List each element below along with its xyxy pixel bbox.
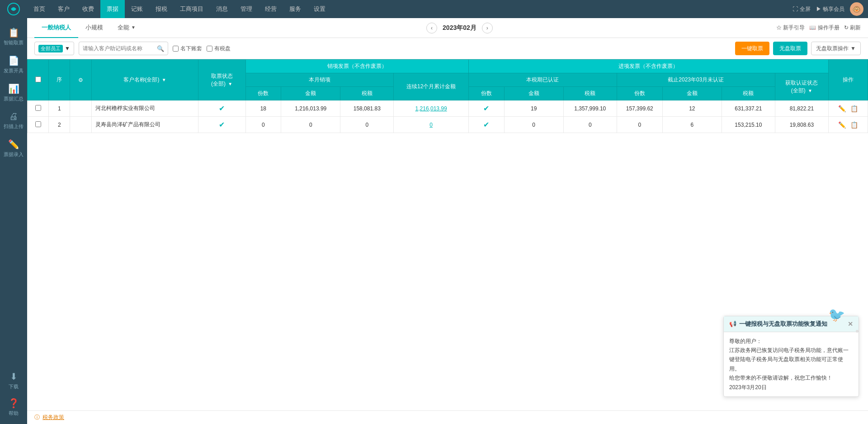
row2-input-not-amount: 153,215.10 [722, 117, 775, 133]
download-icon: ⬇ [10, 371, 18, 382]
row2-input-not-tax: 19,808.63 [775, 117, 828, 133]
nav-business[interactable]: 工商项目 [174, 0, 210, 18]
row1-edit-icon[interactable]: ✏️ [838, 105, 846, 112]
invoice-table: 序 ⚙ 客户名称(全部) ▼ 取票状态(全部) ▼ 销项发票（不含作废票） 进项… [27, 59, 868, 133]
row2-cert-status: ✔ [468, 117, 504, 133]
sidebar-item-scan-upload[interactable]: 🖨 扫描上传 [0, 107, 27, 134]
row1-seq: 1 [49, 100, 70, 117]
nav-invoice[interactable]: 票据 [100, 0, 125, 18]
search-icon[interactable]: 🔍 [157, 45, 164, 52]
sidebar-item-invoice-entry[interactable]: ✏️ 票据录入 [0, 134, 27, 162]
row1-checkbox [28, 100, 49, 117]
row2-select-checkbox[interactable] [35, 121, 41, 127]
row1-settings [70, 100, 91, 117]
th-sales-group: 销项发票（不含作废票） [245, 60, 468, 73]
nav-account[interactable]: 记账 [125, 0, 149, 18]
th-month-sales: 本月销项 [245, 73, 394, 87]
current-month-label: 2023年02月 [443, 24, 476, 32]
nav-service[interactable]: 服务 [283, 0, 307, 18]
fullscreen-btn[interactable]: ⛶ 全屏 [793, 5, 810, 13]
sidebar-item-invoice-open[interactable]: 📄 发票开具 [0, 51, 27, 79]
tab-general-taxpayer[interactable]: 一般纳税人 [34, 18, 78, 38]
row1-cert-check-icon: ✔ [483, 105, 489, 112]
row1-sales-tax: 158,081.83 [340, 100, 394, 117]
tab-small-scale[interactable]: 小规模 [78, 18, 110, 38]
tab-all-label: 全能 [118, 24, 129, 32]
nav-settings[interactable]: 设置 [307, 0, 332, 18]
sidebar-item-download[interactable]: ⬇ 下载 [0, 368, 27, 393]
customer-search-input[interactable] [83, 45, 155, 52]
row1-cert-status: ✔ [468, 100, 504, 117]
employee-filter[interactable]: 全部员工 ▼ [34, 42, 74, 55]
notification-title: 一键报税与无盘取票功能恢复通知 [739, 320, 827, 328]
sidebar: 📋 智能取票 📄 发票开具 📊 票据汇总 🖨 扫描上传 ✏️ 票据录入 ⬇ 下载… [0, 18, 27, 424]
sidebar-item-label-help: 帮助 [9, 410, 19, 417]
row2-accum-link[interactable]: 0 [429, 122, 433, 128]
sidebar-item-help[interactable]: ❓ 帮助 [0, 395, 27, 419]
vip-btn[interactable]: ▶ 畅享会员 [816, 5, 844, 13]
th-action: 操作 [828, 60, 868, 100]
notification-scrollbar[interactable] [856, 330, 859, 333]
nav-manage[interactable]: 管理 [234, 0, 259, 18]
th-checkbox [28, 60, 49, 100]
tab-all-dropdown-icon[interactable]: ▼ [131, 25, 136, 30]
nav-tax[interactable]: 报税 [149, 0, 174, 18]
tax-policy-icon: ⓘ [34, 414, 40, 421]
row1-detail-icon[interactable]: 📋 [850, 105, 858, 112]
th-customer-name: 客户名称(全部) ▼ [91, 60, 198, 100]
row1-select-checkbox[interactable] [35, 105, 41, 111]
nav-customer[interactable]: 客户 [52, 0, 76, 18]
th-input-this-count: 份数 [468, 87, 504, 100]
manual-btn[interactable]: 📖 操作手册 [809, 24, 839, 32]
diskless-ticket-operation-btn[interactable]: 无盘取票操作 ▼ [811, 42, 861, 55]
customer-filter-icon[interactable]: ▼ [162, 77, 166, 82]
row1-accum-link[interactable]: 1,216,013.99 [415, 105, 447, 112]
select-all-checkbox[interactable] [35, 76, 41, 82]
row2-ticket-status: ✔ [198, 117, 245, 133]
nav-message[interactable]: 消息 [210, 0, 234, 18]
sidebar-item-smart-ticket[interactable]: 📋 智能取票 [0, 23, 27, 51]
th-input-this-tax: 税额 [563, 87, 617, 100]
next-month-btn[interactable]: › [482, 23, 493, 33]
account-filter-checkbox[interactable] [173, 46, 179, 52]
row2-detail-icon[interactable]: 📋 [850, 121, 858, 129]
account-filter-label[interactable]: 名下账套 [173, 45, 202, 52]
sidebar-item-label-invoice-entry: 票据录入 [4, 151, 24, 158]
th-input-this-amount: 金额 [504, 87, 563, 100]
row1-check-icon: ✔ [219, 105, 225, 112]
sidebar-item-label-invoice-open: 发票开具 [4, 67, 24, 74]
row2-sales-tax: 0 [340, 117, 394, 133]
customer-search-wrap: 🔍 [79, 42, 168, 55]
row2-accum-12: 0 [394, 117, 469, 133]
nav-fee[interactable]: 收费 [76, 0, 100, 18]
row1-customer-name: 河北柯橹桴实业有限公司 [91, 100, 198, 117]
prev-month-btn[interactable]: ‹ [426, 23, 437, 33]
row2-check-icon: ✔ [219, 121, 225, 129]
tax-policy-link[interactable]: 税务政策 [42, 414, 64, 421]
refresh-btn[interactable]: ↻ 刷新 [844, 24, 861, 32]
th-sales-amount: 金额 [281, 87, 340, 100]
diskless-ticket-btn[interactable]: 无盘取票 [773, 42, 807, 55]
ticket-status-filter-icon[interactable]: ▼ [228, 81, 232, 86]
row1-input-not-amount: 631,337.21 [722, 100, 775, 117]
notification-close-btn[interactable]: ✕ [848, 320, 853, 328]
row1-input-this-count: 19 [504, 100, 563, 117]
app-logo [5, 0, 23, 18]
row1-sales-amount: 1,216,013.99 [281, 100, 340, 117]
user-avatar[interactable]: 🐵 [850, 2, 863, 16]
one-click-ticket-btn[interactable]: 一键取票 [735, 42, 769, 55]
cert-status-filter-icon[interactable]: ▼ [808, 88, 812, 93]
sidebar-item-label-scan-upload: 扫描上传 [4, 123, 24, 130]
tab-row-right-actions: ☆ 新手引导 📖 操作手册 ↻ 刷新 [776, 24, 861, 32]
sidebar-item-invoice-summary[interactable]: 📊 票据汇总 [0, 79, 27, 107]
nav-home[interactable]: 首页 [27, 0, 52, 18]
th-input-this-period: 本税期已认证 [468, 73, 617, 87]
nav-operation[interactable]: 经营 [259, 0, 283, 18]
guide-btn[interactable]: ☆ 新手引导 [776, 24, 805, 32]
row2-edit-icon[interactable]: ✏️ [838, 121, 846, 129]
date-navigation: ‹ 2023年02月 › [143, 23, 776, 33]
tab-all[interactable]: 全能 ▼ [110, 18, 143, 38]
tax-device-filter-label[interactable]: 有税盘 [207, 45, 231, 52]
row1-input-not-count: 12 [662, 100, 722, 117]
tax-device-filter-checkbox[interactable] [207, 46, 212, 52]
